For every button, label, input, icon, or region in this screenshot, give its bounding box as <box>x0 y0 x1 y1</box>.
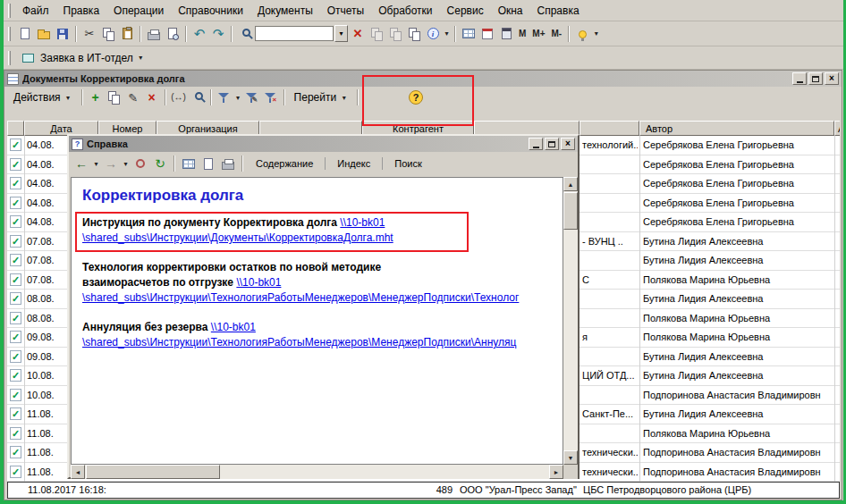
close-button[interactable]: × <box>825 72 839 85</box>
info-dropdown-caret[interactable]: ▾ <box>443 29 451 38</box>
quickbar-caret[interactable]: ▾ <box>137 54 145 62</box>
menu-item[interactable]: Правка <box>56 2 107 20</box>
interval-button[interactable]: (↔) <box>170 88 188 106</box>
info-button[interactable]: i <box>424 25 442 43</box>
help-close-button[interactable]: × <box>561 138 575 150</box>
copy-value-icon <box>409 28 420 40</box>
column-header-clipped[interactable]: А <box>834 121 840 136</box>
help-entry-path-link[interactable]: \shared_subs\Инструкции\ТехнологияРаботы… <box>82 336 516 349</box>
selected-row[interactable]: 11.08.2017 16:18: 489 ООО "Урал-Пресс За… <box>7 482 840 499</box>
menu-item[interactable]: Справочники <box>171 2 250 20</box>
copy-item-button[interactable] <box>106 88 123 106</box>
minimize-button[interactable] <box>792 72 807 85</box>
print-preview-button[interactable] <box>164 25 182 43</box>
help-window: ? Справка × ← ▾ → ▾ ↻ Содержание Индекс <box>67 134 580 479</box>
menu-item[interactable]: Обработки <box>371 2 439 20</box>
help-window-title: Справка <box>87 139 525 149</box>
filter-settings-button[interactable]: ✎ <box>243 88 261 106</box>
quickbar-grip[interactable] <box>8 51 11 65</box>
back-caret[interactable]: ▾ <box>92 160 100 168</box>
help-entry-server-link[interactable]: \\10-bk01 <box>236 276 281 289</box>
memory-m-minus-button[interactable]: М- <box>549 25 565 43</box>
help-entry-server-link[interactable]: \\10-bk01 <box>211 321 256 333</box>
refresh-button[interactable]: ↻ <box>151 155 169 172</box>
scroll-up-button[interactable]: ▲ <box>563 177 578 191</box>
tip-dropdown-caret[interactable]: ▾ <box>592 29 600 38</box>
help-entry-path-link[interactable]: \shared_subs\Инструкции\Документы\Коррек… <box>82 231 393 244</box>
filter-button[interactable] <box>216 88 233 106</box>
calculator-button[interactable] <box>497 25 515 43</box>
edit-button[interactable]: ✎ <box>124 88 142 106</box>
doc-window-titlebar[interactable]: Документы Корректировка долга × <box>4 71 842 87</box>
actions-button[interactable]: Действия ▾ <box>8 89 78 105</box>
find-in-list-button[interactable] <box>189 88 207 106</box>
memory-m-button[interactable]: М <box>516 25 529 43</box>
help-entry-server-link[interactable]: \\10-bk01 <box>340 216 385 229</box>
find-next-button[interactable] <box>368 25 385 43</box>
search-clear-button[interactable]: ✕ <box>349 25 367 43</box>
menu-item[interactable]: Сервис <box>440 2 491 20</box>
column-header-author[interactable]: Автор <box>639 121 834 136</box>
help-button[interactable]: ? <box>409 90 423 105</box>
print-button[interactable] <box>145 25 163 43</box>
back-button[interactable]: ← <box>72 155 90 172</box>
table-settings-button[interactable] <box>460 25 478 43</box>
menu-item[interactable]: Отчеты <box>320 2 371 20</box>
tip-button[interactable] <box>573 25 591 43</box>
it-request-button[interactable] <box>19 49 37 67</box>
find-previous-button[interactable] <box>386 25 404 43</box>
filter-clear-button[interactable]: × <box>262 88 280 106</box>
memory-m-plus-button[interactable]: М+ <box>529 25 547 43</box>
undo-button[interactable]: ↶ <box>190 25 208 43</box>
search-input[interactable] <box>255 26 334 41</box>
column-header-blank-3[interactable] <box>580 121 639 136</box>
menu-item[interactable]: Окна <box>491 2 530 20</box>
help-tab-search[interactable]: Поиск <box>386 155 429 172</box>
help-tab-index[interactable]: Индекс <box>329 155 378 172</box>
new-document-button[interactable] <box>16 25 34 43</box>
help-tab-contents[interactable]: Содержание <box>248 155 321 172</box>
filter-caret[interactable]: ▾ <box>234 94 242 102</box>
forward-button[interactable]: → <box>102 155 120 172</box>
calendar-button[interactable] <box>478 25 496 43</box>
add-button[interactable]: + <box>87 88 105 106</box>
menu-grip[interactable] <box>8 4 11 18</box>
help-entry-path-link[interactable]: \shared_subs\Инструкции\ТехнологияРаботы… <box>82 291 519 304</box>
menu-item[interactable]: Операции <box>106 2 171 20</box>
help-print-button[interactable] <box>219 155 237 172</box>
menu-item[interactable]: Справка <box>530 2 587 20</box>
it-request-label[interactable]: Заявка в ИТ-отдел <box>40 52 133 64</box>
forward-caret[interactable]: ▾ <box>122 160 130 168</box>
search-dropdown-button[interactable]: ▾ <box>334 25 348 42</box>
copy-button[interactable] <box>99 25 117 43</box>
scroll-right-button[interactable]: ► <box>549 465 563 479</box>
help-maximize-button[interactable] <box>545 138 559 150</box>
hscroll-thumb[interactable] <box>86 465 220 479</box>
resize-grip[interactable] <box>563 465 578 479</box>
copy-value-button[interactable] <box>405 25 423 43</box>
help-titlebar[interactable]: ? Справка × <box>69 136 578 152</box>
scroll-down-button[interactable]: ▼ <box>563 450 578 465</box>
paste-button[interactable] <box>118 25 136 43</box>
help-minimize-button[interactable] <box>529 138 543 150</box>
help-hscrollbar[interactable]: ◄ ► <box>71 465 563 479</box>
menu-item[interactable]: Файл <box>15 2 56 20</box>
restore-button[interactable] <box>808 72 823 85</box>
column-header-icon[interactable] <box>7 121 24 136</box>
help-vscrollbar[interactable]: ▲ ▼ <box>563 177 578 465</box>
delete-button[interactable]: × <box>143 88 161 106</box>
scroll-left-button[interactable]: ◄ <box>71 465 85 479</box>
help-entry-label: Технология корректировки остатков по нов… <box>82 261 381 289</box>
go-button[interactable]: Перейти ▾ <box>289 89 354 105</box>
show-toc-button[interactable] <box>180 155 198 172</box>
save-button[interactable] <box>54 25 72 43</box>
open-button[interactable] <box>35 25 53 43</box>
search-button[interactable] <box>236 25 254 43</box>
redo-button[interactable]: ↷ <box>209 25 227 43</box>
vscroll-thumb[interactable] <box>563 192 578 230</box>
toolbar-grip[interactable] <box>8 27 11 41</box>
stop-button[interactable] <box>131 155 149 172</box>
bookmark-button[interactable] <box>199 155 217 172</box>
menu-item[interactable]: Документы <box>250 2 320 20</box>
cut-button[interactable]: ✂ <box>80 25 98 43</box>
